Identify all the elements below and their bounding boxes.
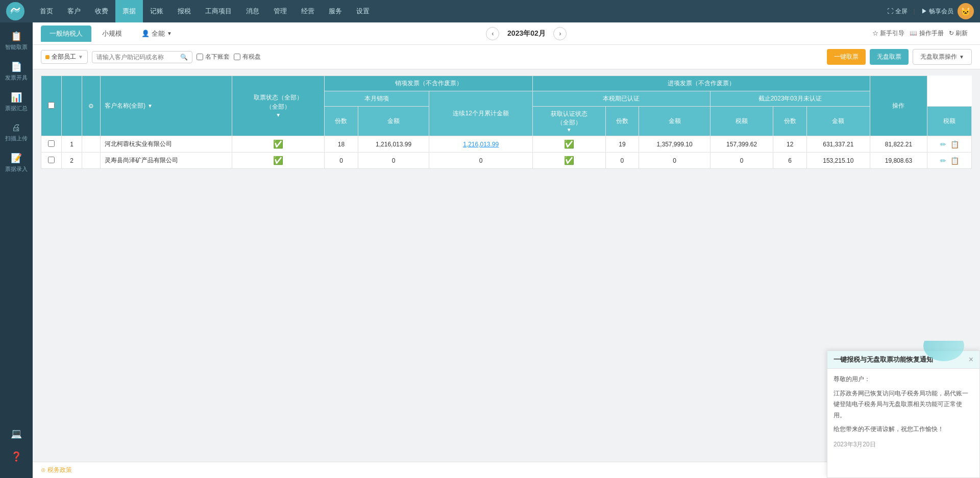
sidebar-item-invoice-summary[interactable]: 📊 票据汇总 xyxy=(0,88,33,116)
tab-all[interactable]: 👤 全能 ▼ xyxy=(133,26,181,42)
refresh-btn[interactable]: ↻ 刷新 xyxy=(949,29,968,38)
vip-btn[interactable]: ▶ 畅享会员 xyxy=(921,7,953,16)
nav-home[interactable]: 首页 xyxy=(33,0,60,22)
nav-customer[interactable]: 客户 xyxy=(60,0,88,22)
edit-icon[interactable]: ✏ xyxy=(940,140,946,148)
notification-panel: 一键报税与无盘取票功能恢复通知 × 尊敬的用户： 江苏政务网已恢复访问电子税务局… xyxy=(827,350,980,478)
period-label: 2023年02月 xyxy=(503,29,549,38)
employee-selector[interactable]: 全部员工 ▼ xyxy=(41,50,88,64)
toolbar-actions: 一键取票 无盘取票 无盘取票操作 ▼ xyxy=(827,49,972,65)
notif-decoration xyxy=(923,341,964,361)
sidebar-item-smart-fetch-label: 智能取票 xyxy=(5,43,28,51)
tab-all-label: 全能 xyxy=(152,29,165,38)
smart-fetch-icon: 📋 xyxy=(11,31,22,42)
checkbox-tax-disk[interactable]: 有税盘 xyxy=(234,53,261,61)
app-logo[interactable] xyxy=(6,2,24,20)
th-cumulative-12m: 连续12个月累计金额 xyxy=(429,91,533,136)
th-uncert-tax: 税额 xyxy=(927,107,972,136)
row-num: 1 xyxy=(62,136,82,153)
th-cert-status: 获取认证状态 （全部） ▼ xyxy=(532,107,605,136)
one-click-fetch-button[interactable]: 一键取票 xyxy=(827,49,866,65)
row-select-checkbox[interactable] xyxy=(48,157,55,163)
named-accounts-checkbox[interactable] xyxy=(197,54,203,60)
sidebar-item-invoice-issue[interactable]: 📄 发票开具 xyxy=(0,57,33,86)
invoice-issue-icon: 📄 xyxy=(11,61,22,72)
row-sales-count: 0 xyxy=(325,153,358,169)
th-setting: ⚙ xyxy=(82,76,101,136)
view-icon[interactable]: 📋 xyxy=(950,157,959,165)
row-fetch-status: ✅ xyxy=(232,153,325,169)
no-disk-fetch-button[interactable]: 无盘取票 xyxy=(870,49,909,65)
sidebar-item-computer[interactable]: 💻 xyxy=(9,424,24,445)
checkbox-named-accounts[interactable]: 名下账套 xyxy=(197,53,230,61)
sidebar-item-smart-fetch[interactable]: 📋 智能取票 xyxy=(0,27,33,55)
sidebar-item-invoice-entry[interactable]: 📝 票据录入 xyxy=(0,148,33,177)
prev-period-btn[interactable]: ‹ xyxy=(486,27,499,40)
nav-settings[interactable]: 设置 xyxy=(349,0,377,22)
nav-accounting[interactable]: 记账 xyxy=(143,0,170,22)
select-all-checkbox[interactable] xyxy=(48,102,55,109)
cumulative-link: 0 xyxy=(479,157,483,164)
row-num: 2 xyxy=(62,153,82,169)
invoice-summary-icon: 📊 xyxy=(11,92,22,103)
row-purch-amount: 1,357,999.10 xyxy=(639,136,710,153)
row-cert-status: ✅ xyxy=(532,153,605,169)
cumulative-link[interactable]: 1,216,013.99 xyxy=(463,141,499,148)
fetch-status-icon: ✅ xyxy=(273,140,283,148)
tab-general[interactable]: 一般纳税人 xyxy=(41,26,91,42)
nav-invoice[interactable]: 票据 xyxy=(115,0,143,22)
tax-disk-checkbox[interactable] xyxy=(234,54,240,60)
period-navigation: ‹ 2023年02月 › xyxy=(486,27,567,40)
search-input[interactable] xyxy=(96,54,178,61)
top-navigation: 首页 客户 收费 票据 记账 报税 工商项目 消息 管理 经营 服务 设置 ⛶ … xyxy=(0,0,980,22)
tax-policy-link[interactable]: ⊙ 税务政策 xyxy=(41,466,72,474)
nav-tax[interactable]: 报税 xyxy=(170,0,198,22)
manual-btn[interactable]: 📖 操作手册 xyxy=(910,29,943,38)
customer-filter-icon[interactable]: ▼ xyxy=(148,103,153,109)
row-sales-count: 18 xyxy=(325,136,358,153)
next-period-btn[interactable]: › xyxy=(553,27,567,40)
nav-manage[interactable]: 管理 xyxy=(266,0,294,22)
setting-icon[interactable]: ⚙ xyxy=(88,103,94,110)
th-select-all xyxy=(41,76,62,136)
th-purch-tax: 税额 xyxy=(710,107,773,136)
sidebar-item-invoice-summary-label: 票据汇总 xyxy=(5,105,28,112)
row-sales-amount: 1,216,013.99 xyxy=(358,136,429,153)
edit-icon[interactable]: ✏ xyxy=(940,157,946,165)
nav-operation[interactable]: 经营 xyxy=(294,0,322,22)
row-actions: ✏ 📋 xyxy=(927,136,972,153)
th-uncert-count: 份数 xyxy=(773,107,807,136)
row-setting xyxy=(82,153,101,169)
no-disk-ops-button[interactable]: 无盘取票操作 ▼ xyxy=(913,49,972,65)
new-guide-btn[interactable]: ☆ 新手引导 xyxy=(872,29,904,38)
nav-message[interactable]: 消息 xyxy=(239,0,266,22)
search-icon[interactable]: 🔍 xyxy=(180,54,188,61)
nav-service[interactable]: 服务 xyxy=(322,0,349,22)
nav-fee[interactable]: 收费 xyxy=(88,0,115,22)
notification-apology: 给您带来的不便请谅解，祝您工作愉快！ xyxy=(834,424,973,435)
cert-status-icon: ✅ xyxy=(564,140,574,148)
tax-disk-label: 有税盘 xyxy=(242,53,261,61)
help-icon: ❓ xyxy=(11,451,22,462)
sidebar-item-help[interactable]: ❓ xyxy=(9,447,24,468)
ops-chevron-icon: ▼ xyxy=(959,54,964,60)
tab-small[interactable]: 小规模 xyxy=(93,26,131,42)
th-current-month-sales: 本月销项 xyxy=(325,91,429,107)
fullscreen-btn[interactable]: ⛶ 全屏 xyxy=(887,7,907,16)
user-avatar[interactable]: 🐱 xyxy=(958,3,974,19)
row-setting xyxy=(82,136,101,153)
row-purch-tax: 0 xyxy=(710,153,773,169)
row-select-checkbox[interactable] xyxy=(48,140,55,147)
view-icon[interactable]: 📋 xyxy=(950,140,959,148)
invoice-entry-icon: 📝 xyxy=(11,153,22,164)
row-purch-amount: 0 xyxy=(639,153,710,169)
nav-bizproject[interactable]: 工商项目 xyxy=(198,0,239,22)
sidebar-item-scan-upload[interactable]: 🖨 扫描上传 xyxy=(0,118,33,146)
cert-status-filter-icon[interactable]: ▼ xyxy=(567,127,572,133)
computer-icon: 💻 xyxy=(11,428,22,439)
row-uncert-amount: 631,337.21 xyxy=(807,136,870,153)
th-purch-amount: 金额 xyxy=(639,107,710,136)
fetch-status-filter-icon[interactable]: ▼ xyxy=(276,112,281,118)
notification-close-button[interactable]: × xyxy=(969,355,973,364)
th-sales-invoice: 销项发票（不含作废票） xyxy=(325,76,533,91)
